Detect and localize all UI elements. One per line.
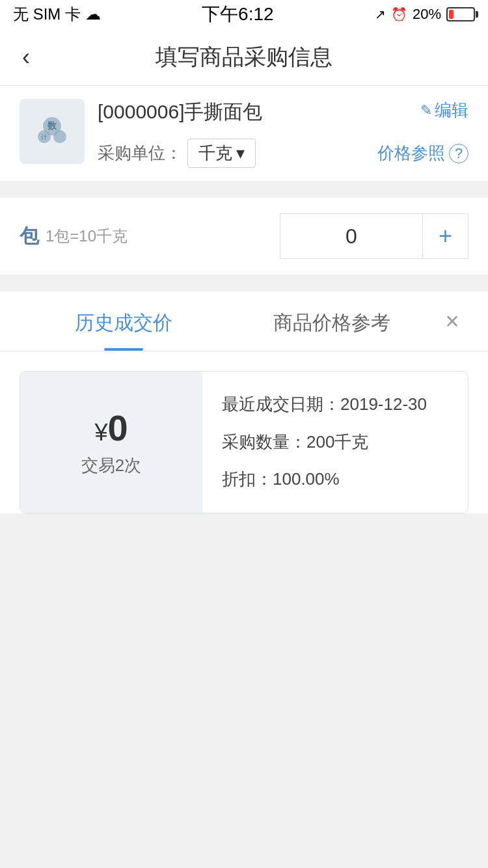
product-card: 数 计 [0000006]手撕面包 ✎ 编辑 采购单位： 千克 ▾ (20, 99, 468, 168)
product-title: 手撕面包 (184, 101, 262, 122)
help-icon: ? (449, 144, 468, 163)
quantity-row: 包 1包=10千克 + (0, 198, 488, 275)
navigation-bar: ‹ 填写商品采购信息 (0, 29, 488, 86)
tabs-section: 历史成交价 商品价格参考 × ¥0 交易2次 最近成交日期：2019-12-30… (0, 292, 488, 513)
location-icon: ↗ (375, 7, 386, 22)
price-ref-button[interactable]: 价格参照 ? (377, 142, 468, 165)
sim-status: 无 SIM 卡 ☁ (13, 4, 101, 25)
edit-label: 编辑 (435, 99, 468, 122)
unit-hint: 1包=10千克 (46, 226, 128, 247)
product-name: [0000006]手撕面包 (98, 99, 262, 126)
svg-point-2 (53, 130, 66, 143)
purchase-qty-value: 200千克 (306, 432, 368, 452)
page-title: 填写商品采购信息 (156, 42, 332, 72)
unit-row: 采购单位： 千克 ▾ 价格参照 ? (98, 139, 468, 168)
trade-card: ¥0 交易2次 最近成交日期：2019-12-30 采购数量：200千克 折扣：… (20, 371, 468, 513)
unit-label: 采购单位： 千克 ▾ (98, 139, 256, 168)
discount-row: 折扣：100.00% (222, 466, 448, 493)
quantity-control: + (280, 213, 468, 259)
discount-value: 100.00% (273, 469, 340, 489)
price-ref-label: 价格参照 (377, 142, 445, 165)
unit-value: 千克 (198, 142, 232, 165)
currency-symbol: ¥ (94, 419, 107, 446)
discount-label: 折扣： (222, 469, 273, 489)
section-divider (0, 189, 488, 198)
battery-indicator (446, 7, 475, 21)
trade-details: 最近成交日期：2019-12-30 采购数量：200千克 折扣：100.00% (202, 372, 468, 513)
product-header: [0000006]手撕面包 ✎ 编辑 (98, 99, 468, 126)
recent-date-row: 最近成交日期：2019-12-30 (222, 391, 448, 418)
section-divider-2 (0, 282, 488, 292)
alarm-icon: ⏰ (391, 7, 407, 22)
edit-icon: ✎ (420, 102, 432, 119)
status-right: ↗ ⏰ 20% (375, 6, 475, 23)
purchase-qty-row: 采购数量：200千克 (222, 429, 448, 456)
trade-count: 交易2次 (81, 454, 141, 477)
price-value: 0 (107, 407, 128, 448)
product-image: 数 计 (20, 99, 85, 164)
svg-text:计: 计 (41, 133, 47, 141)
trade-price: ¥0 (94, 407, 128, 449)
quantity-label: 包 1包=10千克 (20, 223, 128, 250)
tabs-header: 历史成交价 商品价格参考 × (0, 292, 488, 351)
recent-date-value: 2019-12-30 (340, 394, 427, 414)
svg-text:数: 数 (47, 120, 57, 131)
tabs-close-button[interactable]: × (436, 305, 468, 338)
edit-button[interactable]: ✎ 编辑 (420, 99, 468, 122)
status-bar: 无 SIM 卡 ☁ 下午6:12 ↗ ⏰ 20% (0, 0, 488, 29)
bag-icon: 包 (20, 223, 39, 250)
status-time: 下午6:12 (202, 2, 274, 27)
product-logo-icon: 数 计 (33, 112, 72, 151)
tab-history-price[interactable]: 历史成交价 (20, 292, 228, 351)
quantity-input[interactable] (280, 213, 423, 259)
status-left: 无 SIM 卡 ☁ (13, 4, 101, 25)
purchase-qty-label: 采购数量： (222, 432, 306, 452)
unit-text: 采购单位： (98, 142, 182, 165)
product-info: [0000006]手撕面包 ✎ 编辑 采购单位： 千克 ▾ 价格参照 ? (98, 99, 468, 168)
back-button[interactable]: ‹ (16, 37, 36, 77)
unit-dropdown[interactable]: 千克 ▾ (187, 139, 256, 168)
battery-percent: 20% (413, 6, 441, 23)
dropdown-arrow-icon: ▾ (236, 143, 245, 163)
recent-date-label: 最近成交日期： (222, 394, 340, 414)
product-id: [0000006] (98, 101, 184, 122)
product-section: 数 计 [0000006]手撕面包 ✎ 编辑 采购单位： 千克 ▾ (0, 86, 488, 181)
trade-price-block: ¥0 交易2次 (20, 372, 202, 513)
increment-button[interactable]: + (423, 213, 468, 259)
tab-product-price-ref[interactable]: 商品价格参考 (228, 292, 436, 351)
